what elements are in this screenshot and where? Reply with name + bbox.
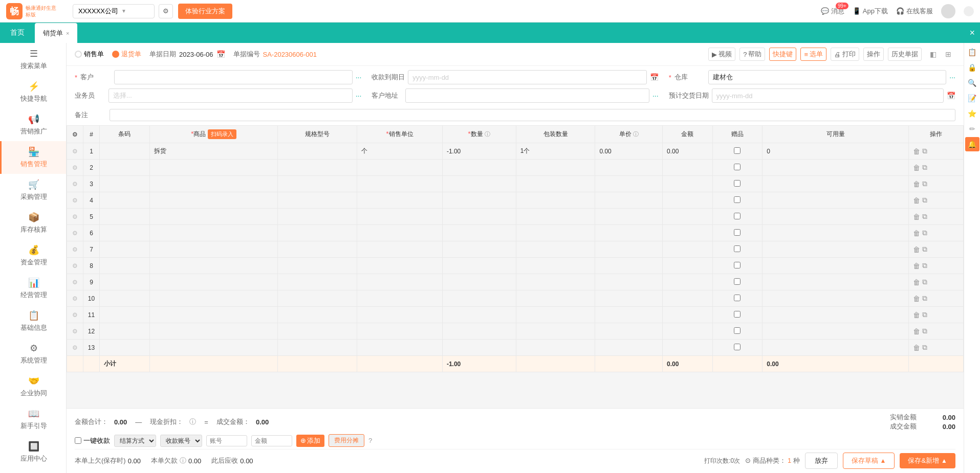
- scan-btn[interactable]: 扫码录入: [208, 129, 236, 139]
- row-unit[interactable]: [357, 307, 443, 323]
- row-settings[interactable]: ⚙: [67, 143, 83, 160]
- row-barcode[interactable]: [100, 290, 150, 307]
- row-unit[interactable]: [357, 290, 443, 307]
- cost-help-icon[interactable]: ?: [368, 437, 372, 444]
- row-barcode[interactable]: [100, 340, 150, 356]
- sidebar-item-quick-nav[interactable]: ⚡ 快捷导航: [0, 76, 66, 108]
- row-barcode[interactable]: [100, 143, 150, 160]
- row-product[interactable]: [149, 192, 278, 209]
- row-barcode[interactable]: [100, 258, 150, 274]
- delete-icon[interactable]: 🗑: [913, 344, 920, 352]
- row-amount[interactable]: [663, 323, 713, 340]
- calendar-icon[interactable]: 📅: [216, 50, 225, 58]
- row-amount[interactable]: [663, 209, 713, 225]
- row-settings[interactable]: ⚙: [67, 209, 83, 225]
- delete-icon[interactable]: 🗑: [913, 245, 920, 254]
- row-product[interactable]: [149, 209, 278, 225]
- row-gift[interactable]: [712, 340, 763, 356]
- delete-icon[interactable]: 🗑: [913, 295, 920, 303]
- rsp-search-icon[interactable]: 🔍: [965, 76, 979, 90]
- gift-checkbox[interactable]: [734, 180, 741, 187]
- delete-icon[interactable]: 🗑: [913, 311, 920, 319]
- user-avatar-2[interactable]: [964, 6, 974, 16]
- gift-checkbox[interactable]: [734, 278, 741, 285]
- payment-calendar-icon[interactable]: 📅: [650, 73, 659, 81]
- row-product[interactable]: 拆货: [149, 143, 278, 160]
- copy-icon[interactable]: ⧉: [922, 310, 927, 319]
- row-gift[interactable]: [712, 192, 763, 209]
- row-qty[interactable]: [442, 274, 516, 290]
- row-qty[interactable]: -1.00: [442, 143, 516, 160]
- row-pkg-qty[interactable]: 1个: [516, 143, 595, 160]
- copy-icon[interactable]: ⧉: [922, 294, 927, 303]
- row-price[interactable]: [595, 241, 663, 258]
- rsp-lock-icon[interactable]: 🔒: [965, 60, 979, 75]
- row-unit[interactable]: [357, 209, 443, 225]
- row-unit[interactable]: [357, 192, 443, 209]
- row-qty[interactable]: [442, 160, 516, 176]
- one-click-pay-check[interactable]: [75, 437, 81, 444]
- row-unit[interactable]: [357, 274, 443, 290]
- discount-help-icon[interactable]: ⓘ: [189, 417, 196, 426]
- row-product[interactable]: [149, 160, 278, 176]
- row-amount[interactable]: [663, 290, 713, 307]
- row-pkg-qty[interactable]: [516, 323, 595, 340]
- row-gift[interactable]: [712, 274, 763, 290]
- row-spec[interactable]: [278, 176, 357, 192]
- row-gift[interactable]: [712, 258, 763, 274]
- row-settings[interactable]: ⚙: [67, 192, 83, 209]
- row-gift[interactable]: [712, 209, 763, 225]
- customer-addr-more-icon[interactable]: ···: [652, 92, 659, 100]
- one-click-pay-checkbox[interactable]: 一键收款: [75, 436, 110, 445]
- rsp-pencil-icon[interactable]: ✏: [965, 122, 979, 136]
- sidebar-item-system[interactable]: ⚙ 系统管理: [0, 337, 66, 370]
- copy-icon[interactable]: ⧉: [922, 278, 927, 286]
- row-barcode[interactable]: [100, 241, 150, 258]
- row-barcode[interactable]: [100, 209, 150, 225]
- sidebar-item-guide[interactable]: 📖 新手引导: [0, 403, 66, 436]
- row-amount[interactable]: [663, 225, 713, 241]
- row-product[interactable]: [149, 290, 278, 307]
- row-price[interactable]: [595, 192, 663, 209]
- sidebar-item-wechat[interactable]: 💬 企业微信: [0, 468, 66, 473]
- row-qty[interactable]: [442, 241, 516, 258]
- row-qty[interactable]: [442, 290, 516, 307]
- amount-input[interactable]: [251, 435, 292, 446]
- row-barcode[interactable]: [100, 160, 150, 176]
- copy-icon[interactable]: ⧉: [922, 261, 927, 270]
- abandon-button[interactable]: 放弃: [805, 453, 838, 469]
- rsp-bell-icon[interactable]: 🔔: [965, 137, 979, 151]
- app-download-button[interactable]: 📱 App下载: [853, 7, 888, 16]
- row-qty[interactable]: [442, 323, 516, 340]
- bill-owe-help-icon[interactable]: ⓘ: [180, 456, 186, 465]
- row-product[interactable]: [149, 225, 278, 241]
- cost-split-button[interactable]: 费用分摊: [329, 434, 364, 447]
- row-spec[interactable]: [278, 209, 357, 225]
- delete-icon[interactable]: 🗑: [913, 262, 920, 270]
- trial-button[interactable]: 体验行业方案: [178, 4, 232, 19]
- list-view-icon[interactable]: ◧: [926, 47, 940, 61]
- row-settings[interactable]: ⚙: [67, 176, 83, 192]
- row-price[interactable]: [595, 307, 663, 323]
- row-barcode[interactable]: [100, 225, 150, 241]
- delete-icon[interactable]: 🗑: [913, 164, 920, 172]
- row-pkg-qty[interactable]: [516, 241, 595, 258]
- payment-date-input[interactable]: yyyy-mm-dd: [408, 70, 646, 84]
- delete-icon[interactable]: 🗑: [913, 229, 920, 237]
- row-settings[interactable]: ⚙: [67, 340, 83, 356]
- row-spec[interactable]: [278, 143, 357, 160]
- row-unit[interactable]: [357, 176, 443, 192]
- copy-icon[interactable]: ⧉: [922, 147, 927, 155]
- row-unit[interactable]: [357, 225, 443, 241]
- row-settings[interactable]: ⚙: [67, 290, 83, 307]
- expected-date-input[interactable]: yyyy-mm-dd: [712, 88, 944, 103]
- rsp-clipboard-icon[interactable]: 📋: [965, 45, 979, 59]
- delete-icon[interactable]: 🗑: [913, 196, 920, 205]
- row-pkg-qty[interactable]: [516, 209, 595, 225]
- sidebar-item-operations[interactable]: 📊 经营管理: [0, 272, 66, 305]
- row-price[interactable]: [595, 225, 663, 241]
- account-select[interactable]: 收款账号: [160, 435, 202, 447]
- warehouse-input[interactable]: 建材仓: [708, 70, 947, 84]
- sales-order-radio[interactable]: 销售单: [75, 50, 104, 59]
- row-amount[interactable]: [663, 241, 713, 258]
